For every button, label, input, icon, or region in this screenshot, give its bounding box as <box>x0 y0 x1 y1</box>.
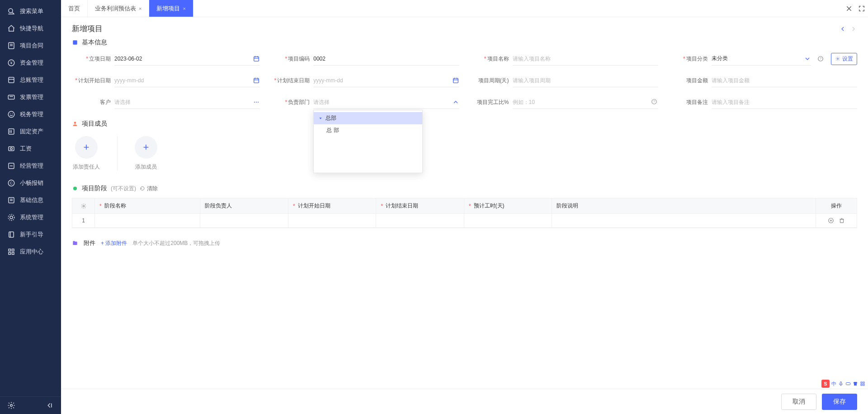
dropdown-item-child[interactable]: 总 部 <box>314 124 422 136</box>
main: 首页 业务利润预估表 × 新增项目 × 新增项目 <box>61 0 868 414</box>
table-row[interactable]: 1 <box>72 214 857 228</box>
svg-rect-30 <box>9 249 11 251</box>
add-attachment-button[interactable]: + 添加附件 <box>101 240 127 247</box>
svg-point-12 <box>8 111 14 118</box>
calendar-icon[interactable] <box>253 55 260 62</box>
plan-start-input[interactable] <box>114 77 253 84</box>
cell-hours[interactable] <box>464 214 552 228</box>
add-row-icon[interactable] <box>828 217 834 224</box>
svg-point-61 <box>73 187 77 190</box>
sidebar-item-project-contract[interactable]: 项目合同 <box>0 37 61 54</box>
cell-start[interactable] <box>288 214 377 228</box>
svg-rect-29 <box>9 232 14 237</box>
sidebar-item-system[interactable]: 系统管理 <box>0 209 61 226</box>
table-header: *阶段名称 阶段负责人 *计划开始日期 *计划结束日期 *预计工时(天) 阶段说… <box>72 198 857 214</box>
sidebar-item-ledger[interactable]: 总账管理 <box>0 71 61 89</box>
svg-point-62 <box>83 205 85 207</box>
collapse-icon[interactable] <box>46 401 54 409</box>
sidebar-item-salary[interactable]: 工资 <box>0 140 61 157</box>
field-customer: 客户 <box>72 95 260 109</box>
field-label: 项目编码 <box>288 55 310 63</box>
stages-table: *阶段名称 阶段负责人 *计划开始日期 *计划结束日期 *预计工时(天) 阶段说… <box>72 198 857 228</box>
sidebar-item-manage[interactable]: 经营管理 <box>0 157 61 174</box>
dropdown-item-root[interactable]: 总部 <box>314 112 422 124</box>
manage-icon <box>7 162 15 170</box>
section-attachments: 附件 + 添加附件 单个大小不超过200MB，可拖拽上传 <box>72 239 857 247</box>
clear-stages-button[interactable]: 清除 <box>140 185 158 193</box>
sidebar-item-quicknav[interactable]: 快捷导航 <box>0 20 61 37</box>
table-settings-header[interactable] <box>72 198 95 214</box>
tab-home[interactable]: 首页 <box>61 0 88 17</box>
cell-owner[interactable] <box>200 214 288 228</box>
dept-select[interactable] <box>313 99 452 105</box>
th-hours: 预计工时(天) <box>474 202 505 210</box>
field-label: 立项日期 <box>89 55 111 63</box>
section-title: 附件 <box>84 239 95 247</box>
name-input[interactable] <box>513 56 658 62</box>
category-settings-button[interactable]: 设置 <box>831 53 857 65</box>
sidebar-item-reimburse[interactable]: C 小畅报销 <box>0 174 61 192</box>
complete-input[interactable] <box>513 99 651 105</box>
sidebar-item-label: 新手引导 <box>20 231 43 239</box>
calendar-icon[interactable] <box>253 77 260 84</box>
help-icon[interactable]: ? <box>817 56 824 62</box>
customer-select[interactable] <box>114 99 253 105</box>
chevron-up-icon[interactable] <box>452 99 459 106</box>
tab-profit-estimate[interactable]: 业务利润预估表 × <box>88 0 149 17</box>
chevron-down-icon[interactable] <box>804 55 811 62</box>
cell-desc[interactable] <box>552 214 816 228</box>
prev-record-icon[interactable] <box>839 25 846 33</box>
svg-rect-74 <box>861 384 862 386</box>
sidebar-item-guide[interactable]: 新手引导 <box>0 226 61 243</box>
sidebar-item-invoice[interactable]: 发票管理 <box>0 89 61 106</box>
field-label: 项目分类 <box>686 55 708 63</box>
sidebar-item-search[interactable]: 搜索菜单 <box>0 3 61 20</box>
more-icon[interactable] <box>253 99 260 106</box>
dropdown-item-label: 总部 <box>326 114 336 122</box>
add-member-button[interactable]: + <box>135 136 157 159</box>
sidebar-item-funds[interactable]: ¥ 资金管理 <box>0 54 61 71</box>
svg-rect-38 <box>73 40 77 44</box>
amount-input[interactable] <box>712 77 857 84</box>
calendar-icon[interactable] <box>452 77 459 84</box>
fullscreen-icon[interactable] <box>858 5 865 12</box>
sidebar-item-basicinfo[interactable]: 基础信息 <box>0 192 61 209</box>
sidebar-item-tax[interactable]: 税务管理 <box>0 106 61 123</box>
close-all-icon[interactable] <box>845 5 853 12</box>
add-owner-button[interactable]: + <box>75 136 98 159</box>
help-icon[interactable]: ? <box>651 99 658 106</box>
field-label: 项目完工比% <box>477 99 509 106</box>
sidebar-item-apps[interactable]: 应用中心 <box>0 243 61 260</box>
sidebar-item-assets[interactable]: 固定资产 <box>0 123 61 140</box>
sidebar-item-label: 经营管理 <box>20 162 43 170</box>
reimburse-icon: C <box>7 179 15 187</box>
save-button[interactable]: 保存 <box>822 394 857 410</box>
gear-icon[interactable] <box>7 401 15 409</box>
attach-section-icon <box>72 240 78 246</box>
cell-end[interactable] <box>376 214 464 228</box>
date-input[interactable] <box>114 56 253 62</box>
period-input[interactable] <box>513 77 658 84</box>
svg-marker-57 <box>320 118 322 119</box>
sidebar: 搜索菜单 快捷导航 项目合同 ¥ 资金管理 总账管理 发票管理 <box>0 0 61 414</box>
close-icon[interactable]: × <box>183 6 185 11</box>
tab-label: 业务利润预估表 <box>95 5 136 13</box>
plan-end-input[interactable] <box>313 77 452 84</box>
cell-name[interactable] <box>95 214 200 228</box>
delete-row-icon[interactable] <box>839 217 845 224</box>
remark-input[interactable] <box>712 99 857 105</box>
cancel-button[interactable]: 取消 <box>781 394 816 410</box>
svg-rect-10 <box>8 95 14 99</box>
ime-grid-icon <box>860 381 865 386</box>
code-input[interactable] <box>313 56 459 62</box>
field-plan-end: *计划结束日期 <box>271 74 459 87</box>
svg-rect-46 <box>254 78 259 83</box>
section-members: 项目成员 + 添加责任人 + 添加成员 <box>72 120 857 174</box>
tab-new-project[interactable]: 新增项目 × <box>149 0 193 17</box>
add-owner-label: 添加责任人 <box>73 163 100 171</box>
category-select[interactable] <box>712 56 804 62</box>
sidebar-item-label: 资金管理 <box>20 59 43 67</box>
close-icon[interactable]: × <box>139 6 142 11</box>
field-label: 计划开始日期 <box>78 77 111 85</box>
next-record-icon[interactable] <box>850 25 857 33</box>
